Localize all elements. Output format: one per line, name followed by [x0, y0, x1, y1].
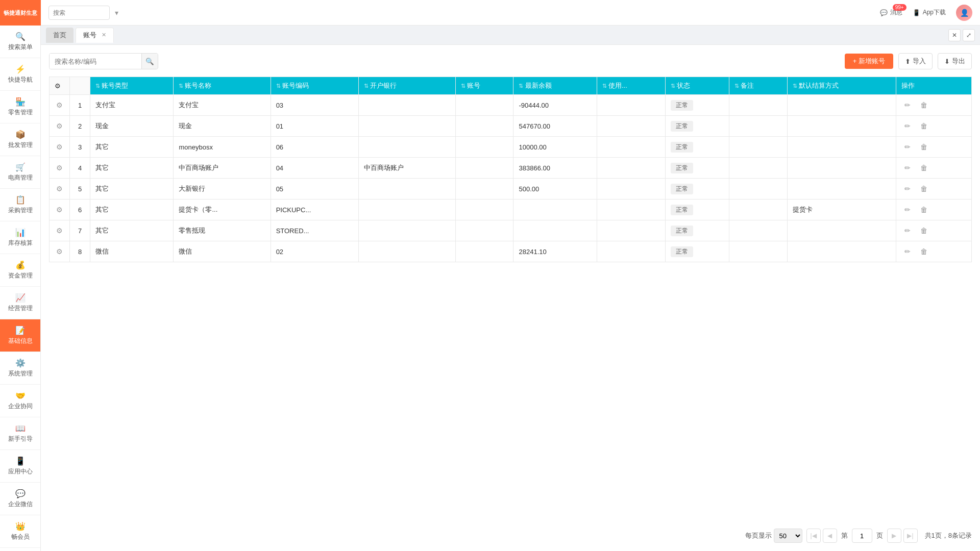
page-last-button[interactable]: ▶| — [903, 529, 918, 543]
top-search-input[interactable] — [48, 6, 110, 20]
tab-close-all-button[interactable]: ✕ — [948, 29, 961, 41]
sidebar-item-operation-mgmt[interactable]: 📈经营管理 — [0, 287, 40, 319]
delete-button[interactable]: 🗑 — [918, 120, 930, 132]
row-settings-icon[interactable]: ⚙ — [56, 247, 63, 256]
cell-bank — [358, 179, 455, 199]
row-index: 1 — [70, 95, 90, 116]
page-prev-button[interactable]: ◀ — [823, 529, 837, 543]
row-settings-icon[interactable]: ⚙ — [56, 143, 63, 151]
delete-button[interactable]: 🗑 — [918, 99, 930, 111]
delete-button[interactable]: 🗑 — [918, 141, 930, 153]
edit-button[interactable]: ✏ — [901, 204, 914, 216]
search-input[interactable] — [50, 54, 141, 69]
cell-default_settlement — [787, 158, 896, 179]
tab-fullscreen-button[interactable]: ⤢ — [963, 29, 975, 41]
page-input[interactable] — [852, 529, 872, 543]
cell-account_type: 其它 — [90, 158, 174, 179]
edit-button[interactable]: ✏ — [901, 224, 914, 237]
sidebar-item-ecommerce-mgmt[interactable]: 🛒电商管理 — [0, 156, 40, 189]
dropdown-arrow-icon[interactable]: ▾ — [115, 9, 118, 17]
tab-accounts[interactable]: 账号✕ — [76, 28, 114, 43]
message-badge: 99+ — [893, 4, 906, 11]
row-actions: ✏ 🗑 — [896, 241, 971, 262]
sidebar-label-search-menu: 搜索菜单 — [8, 43, 33, 52]
cell-bank: 中百商场账户 — [358, 158, 455, 179]
cell-default_settlement — [787, 116, 896, 137]
cell-account_no — [456, 220, 513, 241]
cell-latest_balance — [513, 220, 597, 241]
sidebar-item-enterprise-wechat[interactable]: 💬企业微信 — [0, 483, 40, 515]
col-header-account_no[interactable]: 账号 — [456, 77, 513, 95]
col-header-latest_balance[interactable]: 最新余额 — [513, 77, 597, 95]
search-button[interactable]: 🔍 — [141, 53, 158, 69]
sidebar-item-newbie-guide[interactable]: 📖新手引导 — [0, 417, 40, 450]
row-settings-icon[interactable]: ⚙ — [56, 101, 63, 109]
message-button[interactable]: 💬 消息 99+ — [880, 8, 902, 17]
import-button[interactable]: ⬆ 导入 — [898, 53, 933, 69]
col-header-bank[interactable]: 开户银行 — [358, 77, 455, 95]
sidebar-item-enterprise-agreement[interactable]: 🤝企业协同 — [0, 385, 40, 417]
user-avatar[interactable]: 👤 — [956, 5, 972, 21]
sidebar-item-search-menu[interactable]: 🔍搜索菜单 — [0, 26, 40, 58]
cell-account_no — [456, 199, 513, 220]
cell-account_no — [456, 241, 513, 262]
col-header-account_name[interactable]: 账号名称 — [174, 77, 271, 95]
cell-account_code: 05 — [271, 179, 358, 199]
edit-button[interactable]: ✏ — [901, 245, 914, 258]
edit-button[interactable]: ✏ — [901, 141, 914, 153]
sidebar-item-capital-mgmt[interactable]: 💰资金管理 — [0, 254, 40, 287]
page-size-dropdown[interactable]: 102050100 — [774, 529, 802, 543]
sidebar-item-purchase-mgmt[interactable]: 📋采购管理 — [0, 189, 40, 221]
delete-button[interactable]: 🗑 — [918, 204, 930, 216]
page-first-button[interactable]: |◀ — [806, 529, 821, 543]
sidebar-item-retail-mgmt[interactable]: 🏪零售管理 — [0, 91, 40, 123]
delete-button[interactable]: 🗑 — [918, 224, 930, 237]
sidebar-item-basic-info[interactable]: 📝基础信息 — [0, 319, 40, 352]
edit-button[interactable]: ✏ — [901, 99, 914, 111]
edit-button[interactable]: ✏ — [901, 183, 914, 195]
sidebar-item-wholesale-mgmt[interactable]: 📦批发管理 — [0, 123, 40, 156]
add-account-button[interactable]: + 新增账号 — [845, 54, 893, 69]
col-header-notes[interactable]: 备注 — [729, 77, 787, 95]
cell-bank — [358, 199, 455, 220]
cell-account_name: 提货卡（零... — [174, 199, 271, 220]
cell-account_code: 06 — [271, 137, 358, 158]
edit-button[interactable]: ✏ — [901, 120, 914, 132]
app-download-button[interactable]: 📱 App下载 — [913, 8, 946, 17]
row-settings-icon[interactable]: ⚙ — [56, 122, 63, 130]
cell-status: 正常 — [666, 95, 729, 116]
edit-button[interactable]: ✏ — [901, 162, 914, 174]
sidebar-icon-purchase-mgmt: 📋 — [15, 195, 26, 205]
row-settings-icon[interactable]: ⚙ — [56, 164, 63, 172]
sidebar-item-system-mgmt[interactable]: ⚙️系统管理 — [0, 352, 40, 385]
sidebar-label-newbie-guide: 新手引导 — [8, 435, 33, 443]
export-button[interactable]: ⬇ 导出 — [938, 53, 972, 69]
cell-notes — [729, 116, 787, 137]
tab-home[interactable]: 首页 — [46, 28, 74, 43]
tab-close-accounts[interactable]: ✕ — [102, 32, 106, 38]
sidebar-item-inventory-calc[interactable]: 📊库存核算 — [0, 221, 40, 254]
toolbar-right: + 新增账号 ⬆ 导入 ⬇ 导出 — [845, 53, 972, 69]
col-header-default_settlement[interactable]: 默认结算方式 — [787, 77, 896, 95]
row-settings-icon[interactable]: ⚙ — [56, 185, 63, 193]
cell-notes — [729, 137, 787, 158]
row-settings-icon[interactable]: ⚙ — [56, 227, 63, 235]
sidebar-icon-system-mgmt: ⚙️ — [15, 358, 26, 368]
sidebar-icon-vip-member: 👑 — [15, 521, 26, 531]
col-header-status[interactable]: 状态 — [666, 77, 729, 95]
col-header-usage[interactable]: 使用... — [597, 77, 665, 95]
sidebar-item-quick-nav[interactable]: ⚡快捷导航 — [0, 58, 40, 91]
col-header-account_code[interactable]: 账号编码 — [271, 77, 358, 95]
row-settings-icon[interactable]: ⚙ — [56, 206, 63, 214]
sidebar-item-app-center[interactable]: 📱应用中心 — [0, 450, 40, 483]
page-next-button[interactable]: ▶ — [887, 529, 901, 543]
col-header-account_type[interactable]: 账号类型 — [90, 77, 174, 95]
sidebar-icon-ecommerce-mgmt: 🛒 — [15, 162, 26, 172]
delete-button[interactable]: 🗑 — [918, 162, 930, 174]
delete-button[interactable]: 🗑 — [918, 245, 930, 258]
sidebar-item-vip-member[interactable]: 👑畅会员 — [0, 515, 40, 548]
page-label: 第 — [841, 531, 848, 540]
delete-button[interactable]: 🗑 — [918, 183, 930, 195]
cell-default_settlement — [787, 95, 896, 116]
row-actions: ✏ 🗑 — [896, 220, 971, 241]
